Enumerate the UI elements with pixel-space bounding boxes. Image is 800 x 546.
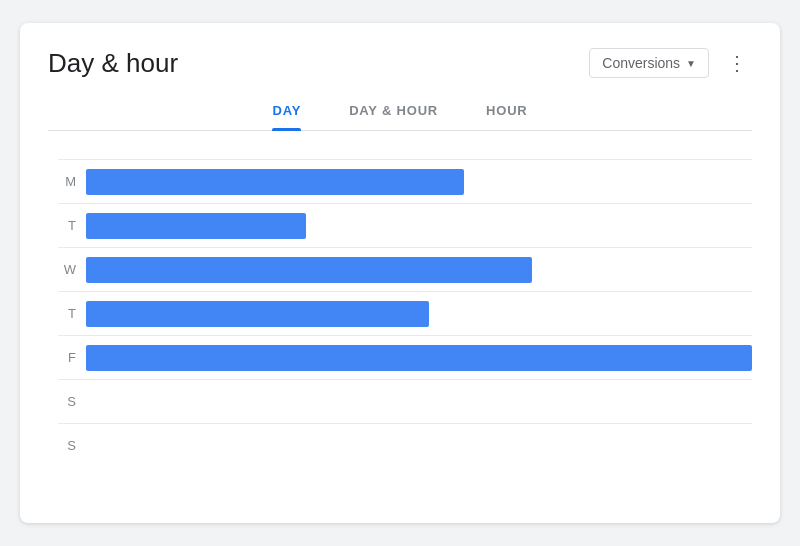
bar-container xyxy=(86,160,752,203)
dropdown-arrow-icon: ▼ xyxy=(686,58,696,69)
page-title: Day & hour xyxy=(48,48,178,79)
bar-container xyxy=(86,424,752,467)
more-options-icon[interactable]: ⋮ xyxy=(723,47,752,79)
day-label: M xyxy=(58,174,86,189)
bar-container xyxy=(86,248,752,291)
tab-day[interactable]: DAY xyxy=(272,103,301,130)
chart-row: F xyxy=(58,335,752,379)
bar-container xyxy=(86,380,752,423)
tab-day-hour[interactable]: DAY & HOUR xyxy=(349,103,438,130)
day-label: T xyxy=(58,218,86,233)
bar xyxy=(86,213,306,239)
day-label: S xyxy=(58,394,86,409)
chart-area: MTWTFSS xyxy=(48,159,752,467)
day-label: S xyxy=(58,438,86,453)
bar-container xyxy=(86,204,752,247)
bar xyxy=(86,257,532,283)
chart-row: T xyxy=(58,291,752,335)
tab-bar: DAY DAY & HOUR HOUR xyxy=(48,103,752,131)
conversions-dropdown[interactable]: Conversions ▼ xyxy=(589,48,709,78)
day-label: F xyxy=(58,350,86,365)
chart-row: T xyxy=(58,203,752,247)
bar-container xyxy=(86,336,752,379)
chart-row: S xyxy=(58,379,752,423)
chart-row: M xyxy=(58,159,752,203)
bar xyxy=(86,301,429,327)
chart-row: W xyxy=(58,247,752,291)
conversions-label: Conversions xyxy=(602,55,680,71)
bar xyxy=(86,169,464,195)
day-label: W xyxy=(58,262,86,277)
bar-container xyxy=(86,292,752,335)
chart-row: S xyxy=(58,423,752,467)
card-header: Day & hour Conversions ▼ ⋮ xyxy=(48,47,752,79)
main-card: Day & hour Conversions ▼ ⋮ DAY DAY & HOU… xyxy=(20,23,780,523)
day-label: T xyxy=(58,306,86,321)
tab-hour[interactable]: HOUR xyxy=(486,103,527,130)
header-right: Conversions ▼ ⋮ xyxy=(589,47,752,79)
bar xyxy=(86,345,752,371)
